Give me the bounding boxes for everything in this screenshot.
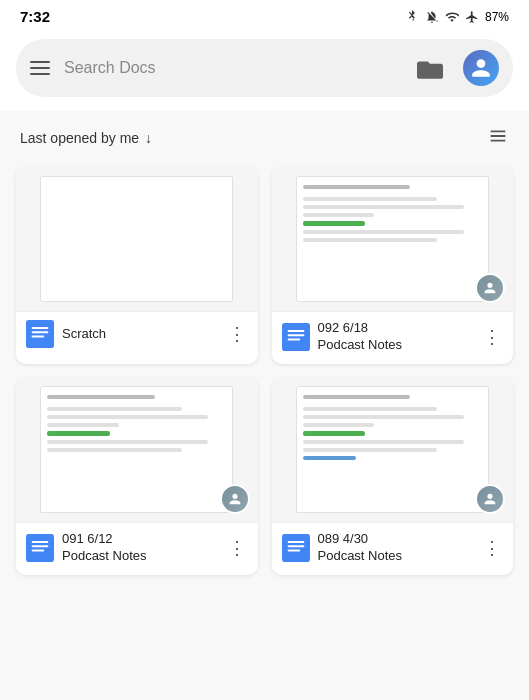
search-placeholder[interactable]: Search Docs (64, 59, 397, 77)
svg-rect-5 (287, 330, 304, 332)
doc-info-089: 089 4/30Podcast Notes ⋮ (272, 523, 514, 575)
preview-line (47, 448, 181, 452)
doc-title-wrap-089: 089 4/30Podcast Notes (318, 531, 474, 565)
preview-line (303, 407, 437, 411)
doc-info-091: 091 6/12Podcast Notes ⋮ (16, 523, 258, 575)
svg-rect-1 (32, 327, 49, 329)
wifi-icon (445, 10, 459, 24)
svg-rect-13 (287, 541, 304, 543)
doc-card-scratch[interactable]: Scratch ⋮ (16, 167, 258, 364)
svg-rect-7 (287, 338, 300, 340)
doc-thumbnail-091 (16, 378, 258, 523)
sort-button[interactable]: Last opened by me ↓ (20, 130, 152, 146)
doc-card-092[interactable]: 092 6/18Podcast Notes ⋮ (272, 167, 514, 364)
preview-line (303, 238, 437, 242)
sort-row: Last opened by me ↓ (0, 111, 529, 161)
doc-thumbnail-scratch (16, 167, 258, 312)
sort-label-text: Last opened by me (20, 130, 139, 146)
preview-line (303, 440, 464, 444)
doc-card-091[interactable]: 091 6/12Podcast Notes ⋮ (16, 378, 258, 575)
preview-line (303, 423, 375, 427)
doc-preview-scratch (40, 176, 233, 303)
avatar-person-icon (482, 280, 498, 296)
sort-arrow: ↓ (145, 130, 152, 146)
doc-title-091: 091 6/12Podcast Notes (62, 531, 218, 565)
docs-file-icon-089 (282, 534, 310, 562)
preview-line (47, 407, 181, 411)
preview-line (303, 213, 375, 217)
svg-rect-9 (32, 541, 49, 543)
svg-rect-4 (282, 323, 310, 351)
svg-rect-0 (26, 320, 54, 348)
preview-line (303, 205, 464, 209)
avatar-person-icon-089 (482, 491, 498, 507)
doc-title-092: 092 6/18Podcast Notes (318, 320, 474, 354)
doc-title-scratch: Scratch (62, 326, 218, 343)
svg-rect-15 (287, 549, 300, 551)
folder-button[interactable] (411, 49, 449, 87)
battery-indicator: 87% (485, 10, 509, 24)
doc-preview-091 (40, 386, 233, 513)
doc-info-scratch: Scratch ⋮ (16, 312, 258, 358)
svg-rect-14 (287, 545, 304, 547)
bell-mute-icon (425, 10, 439, 24)
docs-file-icon (26, 320, 54, 348)
preview-line (47, 415, 208, 419)
avatar-icon (470, 57, 492, 79)
list-view-icon-svg (487, 125, 509, 147)
preview-line (303, 395, 411, 399)
doc-title-wrap-scratch: Scratch (62, 326, 218, 343)
doc-more-091[interactable]: ⋮ (226, 535, 248, 561)
doc-info-092: 092 6/18Podcast Notes ⋮ (272, 312, 514, 364)
svg-rect-12 (282, 534, 310, 562)
svg-rect-8 (26, 534, 54, 562)
preview-line (303, 230, 464, 234)
docs-grid: Scratch ⋮ (0, 161, 529, 591)
status-time: 7:32 (20, 8, 50, 25)
preview-line (303, 415, 464, 419)
search-bar-container: Search Docs (0, 29, 529, 111)
svg-rect-10 (32, 545, 49, 547)
doc-thumbnail-092 (272, 167, 514, 312)
preview-line-green (303, 221, 366, 226)
status-icons: 87% (405, 10, 509, 24)
svg-rect-2 (32, 331, 49, 333)
svg-rect-11 (32, 549, 45, 551)
preview-line (303, 185, 411, 189)
doc-more-089[interactable]: ⋮ (481, 535, 503, 561)
doc-title-089: 089 4/30Podcast Notes (318, 531, 474, 565)
docs-file-icon-091 (26, 534, 54, 562)
preview-line (47, 440, 208, 444)
svg-rect-3 (32, 335, 45, 337)
user-avatar[interactable] (463, 50, 499, 86)
airplane-icon (465, 10, 479, 24)
avatar-person-icon-091 (227, 491, 243, 507)
svg-rect-6 (287, 334, 304, 336)
docs-file-icon-092 (282, 323, 310, 351)
bluetooth-icon (405, 10, 419, 24)
folder-icon (417, 57, 443, 79)
doc-card-089[interactable]: 089 4/30Podcast Notes ⋮ (272, 378, 514, 575)
doc-thumbnail-089 (272, 378, 514, 523)
doc-avatar-badge-089 (475, 484, 505, 514)
list-view-button[interactable] (487, 125, 509, 151)
doc-preview-092 (296, 176, 489, 303)
doc-avatar-badge-091 (220, 484, 250, 514)
doc-more-092[interactable]: ⋮ (481, 324, 503, 350)
preview-line (47, 395, 155, 399)
preview-line (303, 456, 357, 460)
preview-line-green (303, 431, 366, 436)
doc-title-wrap-091: 091 6/12Podcast Notes (62, 531, 218, 565)
preview-line-green (47, 431, 110, 436)
preview-line (47, 423, 119, 427)
preview-line (303, 448, 437, 452)
search-bar[interactable]: Search Docs (16, 39, 513, 97)
doc-more-scratch[interactable]: ⋮ (226, 321, 248, 347)
doc-preview-089 (296, 386, 489, 513)
preview-line (303, 197, 437, 201)
status-bar: 7:32 87% (0, 0, 529, 29)
doc-avatar-badge-092 (475, 273, 505, 303)
doc-title-wrap-092: 092 6/18Podcast Notes (318, 320, 474, 354)
hamburger-menu-button[interactable] (30, 61, 50, 75)
